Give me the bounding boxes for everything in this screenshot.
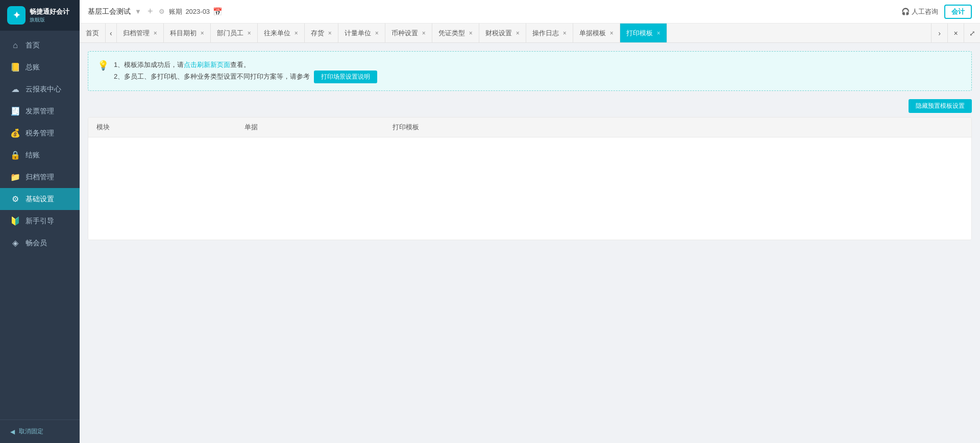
print-scene-btn[interactable]: 打印场景设置说明 bbox=[314, 71, 377, 83]
sidebar-label-tax: 税务管理 bbox=[26, 129, 54, 138]
col-header-document: 单据 bbox=[244, 123, 393, 132]
main-area: 基层工会测试 ▼ + ⚙ 账期 2023-03 📅 🎧 人工咨询 会计 首页 ‹ bbox=[80, 0, 980, 443]
support-button[interactable]: 🎧 人工咨询 bbox=[901, 7, 938, 16]
bulb-icon: 💡 bbox=[97, 60, 109, 71]
period-label: 账期 bbox=[169, 7, 182, 16]
tab-close-currency[interactable]: × bbox=[422, 30, 426, 37]
info-line1-after: 查看。 bbox=[230, 61, 250, 68]
unpin-label: 取消固定 bbox=[19, 427, 43, 436]
content-area: 💡 1、模板添加成功后，请点击刷新新页面查看。 2、多员工、多打印机、多种业务类… bbox=[80, 43, 980, 443]
unpin-icon: ◀ bbox=[10, 428, 15, 435]
refresh-link[interactable]: 点击刷新新页面 bbox=[184, 61, 230, 68]
tab-counterpart[interactable]: 往来单位 × bbox=[258, 24, 305, 43]
sidebar-item-guide[interactable]: 🔰 新手引导 bbox=[0, 210, 80, 232]
tab-close-single-template[interactable]: × bbox=[610, 30, 614, 37]
sidebar-label-archive: 归档管理 bbox=[26, 173, 54, 182]
tab-tax-settings[interactable]: 财税设置 × bbox=[479, 24, 526, 43]
company-name: 基层工会测试 bbox=[88, 7, 131, 16]
tab-subject-init[interactable]: 科目期初 × bbox=[164, 24, 211, 43]
tab-close-inventory[interactable]: × bbox=[328, 30, 332, 37]
headset-icon: 🎧 bbox=[901, 8, 910, 15]
tab-operation-log[interactable]: 操作日志 × bbox=[526, 24, 573, 43]
kuaiji-button[interactable]: 会计 bbox=[944, 5, 972, 19]
sidebar-nav: ⌂ 首页 📒 总账 ☁ 云报表中心 🧾 发票管理 💰 税务管理 🔒 结账 📁 归… bbox=[0, 31, 80, 419]
archive-icon: 📁 bbox=[10, 172, 20, 182]
col-header-module: 模块 bbox=[96, 123, 244, 132]
add-company-btn[interactable]: + bbox=[148, 6, 153, 17]
dropdown-icon[interactable]: ▼ bbox=[135, 8, 141, 15]
period-info: 账期 2023-03 📅 bbox=[169, 7, 223, 16]
calendar-icon[interactable]: 📅 bbox=[213, 7, 223, 16]
tab-voucher-type[interactable]: 凭证类型 × bbox=[432, 24, 479, 43]
tab-label-operation-log: 操作日志 bbox=[532, 29, 559, 38]
sidebar-item-member[interactable]: ◈ 畅会员 bbox=[0, 232, 80, 254]
tab-label-subject-init: 科目期初 bbox=[170, 29, 197, 38]
sidebar-label-closing: 结账 bbox=[26, 151, 40, 160]
tab-label-counterpart: 往来单位 bbox=[264, 29, 290, 38]
sidebar-label-guide: 新手引导 bbox=[26, 217, 54, 226]
settings-icon: ⚙ bbox=[10, 194, 20, 204]
period-value: 2023-03 bbox=[185, 8, 210, 15]
tab-expand-btn[interactable]: ⤢ bbox=[964, 24, 980, 43]
sidebar-label-reports: 云报表中心 bbox=[26, 85, 61, 94]
tab-print-template[interactable]: 打印模板 × bbox=[620, 24, 667, 43]
col-header-template: 打印模板 bbox=[393, 123, 963, 132]
tab-close-dept-staff[interactable]: × bbox=[248, 30, 251, 37]
support-label: 人工咨询 bbox=[912, 7, 938, 16]
logo-text: 畅捷通好会计 旗舰版 bbox=[30, 7, 69, 24]
top-bar: 基层工会测试 ▼ + ⚙ 账期 2023-03 📅 🎧 人工咨询 会计 bbox=[80, 0, 980, 24]
sidebar-item-settings[interactable]: ⚙ 基础设置 bbox=[0, 188, 80, 210]
unpin-button[interactable]: ◀ 取消固定 bbox=[0, 419, 80, 443]
tab-label-archive-mgmt: 归档管理 bbox=[123, 29, 150, 38]
tax-icon: 💰 bbox=[10, 128, 20, 138]
tab-currency[interactable]: 币种设置 × bbox=[385, 24, 432, 43]
sidebar-item-home[interactable]: ⌂ 首页 bbox=[0, 35, 80, 56]
sidebar-item-archive[interactable]: 📁 归档管理 bbox=[0, 166, 80, 188]
sidebar-item-ledger[interactable]: 📒 总账 bbox=[0, 56, 80, 78]
table-header-row: 模块 单据 打印模板 bbox=[88, 118, 971, 137]
sidebar-logo: ✦ 畅捷通好会计 旗舰版 bbox=[0, 0, 80, 31]
tab-label-single-template: 单据模板 bbox=[579, 29, 606, 38]
invoice-icon: 🧾 bbox=[10, 106, 20, 116]
top-bar-right: 🎧 人工咨询 会计 bbox=[901, 5, 972, 19]
sidebar-item-reports[interactable]: ☁ 云报表中心 bbox=[0, 78, 80, 100]
tab-archive-mgmt[interactable]: 归档管理 × bbox=[117, 24, 164, 43]
tab-close-archive-mgmt[interactable]: × bbox=[154, 30, 157, 37]
tab-label-inventory: 存货 bbox=[311, 29, 324, 38]
tab-close-all-btn[interactable]: × bbox=[947, 24, 964, 43]
tab-home[interactable]: 首页 bbox=[80, 24, 106, 43]
guide-icon: 🔰 bbox=[10, 216, 20, 226]
tab-close-subject-init[interactable]: × bbox=[201, 30, 204, 37]
info-line2: 2、多员工、多打印机、多种业务类型设置不同打印方案等，请参考 打印场景设置说明 bbox=[114, 71, 377, 83]
tab-close-operation-log[interactable]: × bbox=[563, 30, 567, 37]
home-icon: ⌂ bbox=[10, 41, 20, 50]
hide-settings-button[interactable]: 隐藏预置模板设置 bbox=[909, 99, 972, 113]
kuaiji-label: 会计 bbox=[951, 8, 965, 15]
sidebar-item-closing[interactable]: 🔒 结账 bbox=[0, 144, 80, 166]
reports-icon: ☁ bbox=[10, 84, 20, 94]
info-box: 💡 1、模板添加成功后，请点击刷新新页面查看。 2、多员工、多打印机、多种业务类… bbox=[88, 51, 972, 91]
tab-scroll-left[interactable]: ‹ bbox=[106, 24, 117, 43]
tab-close-print-template[interactable]: × bbox=[657, 30, 660, 37]
tab-home-label: 首页 bbox=[86, 29, 99, 38]
tab-label-currency: 币种设置 bbox=[391, 29, 418, 38]
sidebar-label-settings: 基础设置 bbox=[26, 195, 54, 204]
tab-dept-staff[interactable]: 部门员工 × bbox=[211, 24, 258, 43]
tab-bar: 首页 ‹ 归档管理 × 科目期初 × 部门员工 × 往来单位 × 存货 × 计量… bbox=[80, 24, 980, 43]
tab-close-counterpart[interactable]: × bbox=[295, 30, 298, 37]
tab-inventory[interactable]: 存货 × bbox=[305, 24, 338, 43]
tab-close-tax-settings[interactable]: × bbox=[516, 30, 520, 37]
sidebar-item-tax[interactable]: 💰 税务管理 bbox=[0, 122, 80, 144]
logo-sub: 旗舰版 bbox=[30, 16, 69, 24]
table-body bbox=[88, 137, 971, 240]
tab-scroll-right-btn[interactable]: › bbox=[931, 24, 947, 43]
company-settings-icon[interactable]: ⚙ bbox=[159, 8, 165, 15]
logo-name: 畅捷通好会计 bbox=[30, 7, 69, 16]
tab-unit[interactable]: 计量单位 × bbox=[338, 24, 385, 43]
sidebar: ✦ 畅捷通好会计 旗舰版 ⌂ 首页 📒 总账 ☁ 云报表中心 🧾 发票管理 💰 … bbox=[0, 0, 80, 443]
tab-single-template[interactable]: 单据模板 × bbox=[573, 24, 620, 43]
tab-label-voucher-type: 凭证类型 bbox=[438, 29, 465, 38]
sidebar-item-invoice[interactable]: 🧾 发票管理 bbox=[0, 100, 80, 122]
tab-close-unit[interactable]: × bbox=[375, 30, 379, 37]
tab-close-voucher-type[interactable]: × bbox=[469, 30, 473, 37]
